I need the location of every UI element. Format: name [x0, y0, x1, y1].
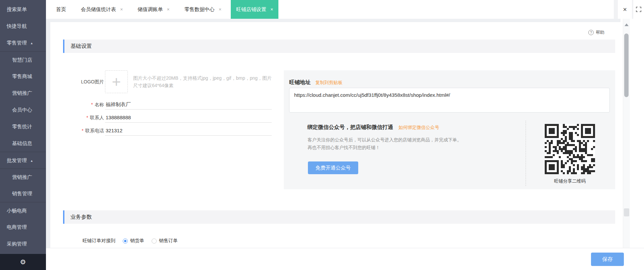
- section-title: 基础设置: [70, 43, 92, 49]
- sidebar-item-retail-mall[interactable]: 零售商城: [0, 68, 46, 85]
- wechat-howto-link[interactable]: 如何绑定微信公众号: [398, 125, 439, 131]
- scroll-thumb[interactable]: [624, 33, 629, 97]
- sidebar-item-label: 批发管理: [7, 157, 27, 163]
- chevron-up-icon: ▲: [30, 159, 33, 162]
- tab-close-icon[interactable]: ×: [219, 7, 221, 12]
- tab-retail-data-center[interactable]: 零售数据中心 ×: [179, 0, 227, 19]
- tab-shop-settings-active[interactable]: 旺铺店铺设置 ×: [231, 0, 278, 19]
- basic-fields: *名称 福祥制衣厂 *联系人 138888888 *联系电话 321312: [50, 99, 272, 139]
- wechat-bind-row: 绑定微信公众号，把店铺和微信打通 如何绑定微信公众号: [307, 124, 439, 131]
- sidebar-item-retail-management-group[interactable]: 零售管理▲: [0, 35, 46, 51]
- field-row-phone: *联系电话 321312: [50, 126, 272, 136]
- wechat-desc-line1: 客户关注你的公众号后，可以从公众号进入您的店铺浏览商品，并完成下单。: [308, 136, 462, 144]
- radio-label: 销货单: [130, 238, 144, 244]
- section-header-basic: 基础设置: [63, 40, 615, 53]
- radio-option-sales-slip[interactable]: 销货单: [123, 238, 144, 244]
- contact-phone-input[interactable]: 321312: [105, 126, 272, 136]
- close-icon: ×: [623, 6, 627, 13]
- tab-label: 储值调账单: [138, 6, 163, 12]
- name-input[interactable]: 福祥制衣厂: [105, 99, 272, 110]
- plus-icon: +: [112, 74, 121, 89]
- logo-upload-box[interactable]: +: [105, 70, 128, 93]
- field-row-name: *名称 福祥制衣厂: [50, 99, 272, 110]
- sidebar-menu: 搜索菜单 快捷导航 零售管理▲ 智慧门店 零售商城 营销推广 会员中心 零售统计…: [0, 0, 46, 252]
- tabbar: 首页 会员储值统计表 × 储值调账单 × 零售数据中心 × 旺铺店铺设置 × ×: [46, 0, 644, 19]
- logo-hint-line2: 尺寸建议64*64像素: [133, 82, 291, 89]
- app-window: { "icons": { "close": "×", "gear": "⚙", …: [0, 0, 644, 270]
- shop-address-panel: 旺铺地址 复制到剪贴板 https://cloud.chanjet.com/cc…: [284, 70, 615, 189]
- shop-address-row: 旺铺地址 复制到剪贴板: [289, 79, 342, 86]
- tab-label: 零售数据中心: [184, 6, 215, 12]
- scrollbar[interactable]: [623, 19, 630, 248]
- help-icon: ?: [588, 30, 594, 35]
- section-header-business: 业务参数: [63, 210, 615, 224]
- order-dock-row: 旺铺订单对接到 销货单 销售订单: [83, 238, 178, 244]
- field-row-contact: *联系人 138888888: [50, 113, 272, 123]
- shop-url-text: https://cloud.chanjet.com/cc/uj5df31ffj0…: [294, 92, 450, 98]
- chevron-up-icon: ▲: [30, 42, 33, 45]
- tab-close-icon[interactable]: ×: [120, 7, 123, 12]
- wechat-desc: 客户关注你的公众号后，可以从公众号进入您的店铺浏览商品，并完成下单。 再也不用担…: [308, 136, 462, 151]
- sidebar-item-marketing-promotion-retail[interactable]: 营销推广: [0, 85, 46, 102]
- save-button[interactable]: 保存: [591, 253, 624, 266]
- sidebar-item-ecommerce-management[interactable]: 电商管理: [0, 219, 46, 235]
- tab-close-icon[interactable]: ×: [270, 7, 273, 12]
- sidebar-item-quick-nav[interactable]: 快捷导航: [0, 18, 46, 35]
- sidebar-item-basic-info[interactable]: 基础信息: [0, 135, 46, 152]
- sidebar-item-xiaochang-ecommerce[interactable]: 小畅电商: [0, 202, 46, 219]
- help-link[interactable]: ? 帮助: [588, 29, 604, 36]
- scroll-up-arrow[interactable]: [625, 23, 629, 26]
- tab-home[interactable]: 首页: [51, 0, 71, 19]
- help-label: 帮助: [596, 29, 604, 36]
- sidebar-item-search-menu[interactable]: 搜索菜单: [0, 1, 46, 18]
- copy-to-clipboard-link[interactable]: 复制到剪贴板: [315, 80, 342, 86]
- tab-close-icon[interactable]: ×: [167, 7, 170, 12]
- tabbar-spacer: [614, 0, 618, 19]
- radio-option-sales-order[interactable]: 销售订单: [152, 238, 178, 244]
- sidebar-item-marketing-promotion-wholesale[interactable]: 营销推广: [0, 168, 46, 185]
- shop-url-box[interactable]: https://cloud.chanjet.com/cc/uj5df31ffj0…: [289, 88, 610, 113]
- tab-member-stored-value-report[interactable]: 会员储值统计表 ×: [75, 0, 128, 19]
- qr-code: 旺铺分享二维码: [544, 124, 595, 184]
- sidebar-item-sales-management[interactable]: 销售管理: [0, 185, 46, 202]
- wechat-bind-title: 绑定微信公众号，把店铺和微信打通: [307, 124, 393, 131]
- tab-stored-value-adjustment[interactable]: 储值调账单 ×: [132, 0, 175, 19]
- field-label-text: 联系人: [90, 115, 104, 120]
- radio-label: 销售订单: [159, 238, 178, 244]
- right-gutter: [621, 19, 644, 248]
- wechat-desc-line2: 再也不用担心客户找不到您的旺铺！: [308, 144, 462, 151]
- radio-circle: [152, 239, 157, 244]
- required-mark: *: [87, 115, 88, 120]
- logo-hint: 图片大小不超过20MB，支持格式jpg，jpeg，gif，bmp，png，图片 …: [133, 74, 291, 89]
- sidebar-footer-bar: ⚙: [0, 254, 46, 270]
- qr-code-image: [545, 124, 595, 174]
- field-label: *名称: [50, 99, 104, 110]
- logo-hint-line1: 图片大小不超过20MB，支持格式jpg，jpeg，gif，bmp，png，图片: [133, 74, 291, 82]
- sidebar-item-procurement-management[interactable]: 采购管理: [0, 235, 46, 252]
- radio-circle-selected: [123, 239, 128, 244]
- field-label-text: 名称: [95, 102, 104, 107]
- dashed-divider: [526, 121, 526, 186]
- section-title: 业务参数: [70, 214, 92, 220]
- tab-label: 旺铺店铺设置: [236, 6, 266, 12]
- scroll-segment[interactable]: [624, 208, 629, 216]
- gear-icon[interactable]: ⚙: [20, 258, 26, 266]
- required-mark: *: [82, 128, 84, 133]
- sidebar-item-label: 零售管理: [7, 40, 27, 46]
- tabbar-fullscreen-button[interactable]: [633, 0, 644, 19]
- required-mark: *: [91, 102, 93, 107]
- contact-person-input[interactable]: 138888888: [105, 113, 272, 123]
- footer-bar: 保存: [46, 248, 644, 270]
- sidebar-item-smart-store[interactable]: 智慧门店: [0, 51, 46, 68]
- logo-label: LOGO图片: [50, 70, 104, 93]
- order-dock-label: 旺铺订单对接到: [83, 238, 115, 244]
- content-panel: ? 帮助 基础设置 LOGO图片 + 图片大小不超过20MB，支持格式jpg，j…: [50, 22, 621, 248]
- sidebar: 搜索菜单 快捷导航 零售管理▲ 智慧门店 零售商城 营销推广 会员中心 零售统计…: [0, 0, 46, 270]
- sidebar-item-member-center[interactable]: 会员中心: [0, 102, 46, 118]
- tabbar-close-button[interactable]: ×: [618, 0, 632, 19]
- sidebar-item-wholesale-management-group[interactable]: 批发管理▲: [0, 152, 46, 168]
- qr-caption: 旺铺分享二维码: [544, 178, 595, 184]
- tab-label: 会员储值统计表: [81, 6, 116, 12]
- open-official-account-button[interactable]: 免费开通公众号: [308, 161, 358, 174]
- sidebar-item-retail-statistics[interactable]: 零售统计: [0, 118, 46, 135]
